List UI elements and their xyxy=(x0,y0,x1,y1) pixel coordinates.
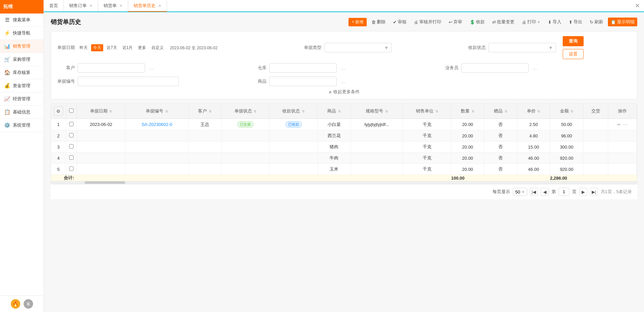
goods-input[interactable] xyxy=(269,77,337,86)
sidebar-item-finance[interactable]: 💰 资金管理 xyxy=(0,79,44,93)
total-info: 共1页，5条记录 xyxy=(601,189,632,195)
tab-sales-goods[interactable]: 销货单 ✕ xyxy=(98,0,128,11)
more-icon[interactable]: ⋯ xyxy=(623,122,628,127)
row-checkbox[interactable] xyxy=(66,141,77,153)
sidebar-item-quick-nav[interactable]: ⚡ 快捷导航 xyxy=(0,27,44,40)
action-cell[interactable]: ✏⋯ xyxy=(608,119,637,130)
row-checkbox-input[interactable] xyxy=(69,166,74,171)
batch-change-button[interactable]: ⇄ 批量变更 xyxy=(489,18,517,26)
sort-icon-doc-date: ⇅ xyxy=(109,109,112,113)
action-cell[interactable] xyxy=(608,164,637,175)
export-button[interactable]: ⬆ 导出 xyxy=(566,18,585,26)
row-checkbox-input[interactable] xyxy=(69,133,74,137)
doc-type-select[interactable]: ▼ xyxy=(324,43,392,52)
settings-gear-icon[interactable]: ⚙ xyxy=(54,106,63,116)
collapse-button[interactable]: ∧ 收起更多条件 xyxy=(56,87,632,96)
edit-icon[interactable]: ✏ xyxy=(617,122,621,127)
sidebar-item-operations[interactable]: 📈 经营管理 xyxy=(0,93,44,106)
col-doc-status[interactable]: 单据状态 ⇅ xyxy=(221,104,270,119)
print-button[interactable]: 🖨 打印 ▼ xyxy=(519,18,543,26)
sidebar-item-sales-mgmt[interactable]: 📊 销售管理 xyxy=(0,40,44,53)
page-header: 销货单历史 + 新增 🗑 删除 ✔ 审核 🖨 审核并打印 ↩ 弃审 xyxy=(51,18,637,26)
row-checkbox-input[interactable] xyxy=(69,155,74,160)
unit-price-cell: 2.50 xyxy=(517,119,550,130)
doc-number-link[interactable]: SA-20230602-0 xyxy=(141,122,172,127)
add-button[interactable]: + 新增 xyxy=(348,18,367,26)
spec-type-cell xyxy=(351,153,403,164)
table-scroll-bar[interactable] xyxy=(51,181,637,184)
action-cell[interactable] xyxy=(608,141,637,153)
doc-number-cell[interactable]: SA-20230602-0 xyxy=(125,119,189,130)
review-print-button[interactable]: 🖨 审核并打印 xyxy=(411,18,444,26)
col-doc-date[interactable]: 单据日期 ⇅ xyxy=(77,104,125,119)
row-checkbox[interactable] xyxy=(66,164,77,175)
salesperson-input[interactable] xyxy=(461,63,529,73)
warehouse-input[interactable] xyxy=(269,63,337,73)
row-checkbox-input[interactable] xyxy=(69,144,74,149)
date-tag-yesterday[interactable]: 昨天 xyxy=(78,44,90,51)
col-unit-price[interactable]: 单价 ⇅ xyxy=(517,104,550,119)
date-tag-custom[interactable]: 自定义 xyxy=(149,44,166,51)
date-tag-1month[interactable]: 近1月 xyxy=(120,44,135,51)
col-payment-status[interactable]: 收款状态 ⇅ xyxy=(270,104,318,119)
prev-page-button[interactable]: ◀ xyxy=(541,188,549,196)
action-cell[interactable] xyxy=(608,153,637,164)
query-button[interactable]: 查询 xyxy=(563,36,584,46)
customer-input[interactable] xyxy=(78,63,145,73)
sidebar-footer-btn-pause[interactable]: ⏸ xyxy=(24,299,33,309)
col-amount[interactable]: 金额 ⇅ xyxy=(550,104,583,119)
warehouse-dots[interactable]: … xyxy=(341,65,345,71)
col-doc-number[interactable]: 单据编号 ⇅ xyxy=(125,104,189,119)
sidebar-item-inventory[interactable]: 🏠 库存核算 xyxy=(0,66,44,79)
col-customer[interactable]: 客户 ⇅ xyxy=(188,104,221,119)
next-page-button[interactable]: ▶ xyxy=(579,188,587,196)
date-tag-7days[interactable]: 近7天 xyxy=(105,44,119,51)
select-all-checkbox[interactable] xyxy=(69,108,74,113)
collect-button[interactable]: 💲 收款 xyxy=(467,18,487,26)
first-page-button[interactable]: |◀ xyxy=(530,188,538,196)
abandon-button[interactable]: ↩ 弃审 xyxy=(446,18,465,26)
col-sales-unit[interactable]: 销售单位 ⇅ xyxy=(403,104,451,119)
per-page-select[interactable]: 50 ▼ xyxy=(513,188,527,196)
row-checkbox-input[interactable] xyxy=(69,122,74,126)
tab-sales-history[interactable]: 销货单历史 ✕ xyxy=(128,0,167,12)
goods-dots[interactable]: … xyxy=(341,79,345,84)
tab-close-sales-history[interactable]: ✕ xyxy=(158,4,161,8)
sidebar-item-search-menu[interactable]: ☰ 搜索菜单 xyxy=(0,14,44,27)
sidebar-item-purchase-mgmt[interactable]: 🛒 采购管理 xyxy=(0,53,44,66)
amount-cell: 920.00 xyxy=(550,153,583,164)
last-page-button[interactable]: ▶| xyxy=(590,188,598,196)
refresh-button[interactable]: ↻ 刷新 xyxy=(587,18,606,26)
show-detail-button[interactable]: 📋 显示明细 xyxy=(608,18,637,26)
tab-close-all[interactable]: ✕ xyxy=(635,2,644,9)
col-spec-type[interactable]: 规格型号 ⇅ xyxy=(351,104,403,119)
customer-dots[interactable]: … xyxy=(149,65,154,71)
tab-home[interactable]: 首页 xyxy=(44,0,64,11)
import-button[interactable]: ⬇ 导入 xyxy=(545,18,564,26)
sidebar-item-sys-mgmt[interactable]: ⚙️ 系统管理 xyxy=(0,119,44,132)
action-cell[interactable] xyxy=(608,130,637,141)
sidebar-item-base-info[interactable]: 📋 基础信息 xyxy=(0,106,44,119)
row-checkbox[interactable] xyxy=(66,130,77,141)
col-settings[interactable]: ⚙ xyxy=(51,104,66,119)
col-gift[interactable]: 赠品 ⇅ xyxy=(484,104,517,119)
col-quantity[interactable]: 数量 ⇅ xyxy=(451,104,484,119)
payment-status-select[interactable]: ▼ xyxy=(488,43,556,52)
salesperson-dots[interactable]: … xyxy=(533,65,537,71)
row-checkbox[interactable] xyxy=(66,153,77,164)
settings-button[interactable]: 设置 xyxy=(563,49,584,59)
row-checkbox[interactable] xyxy=(66,119,77,130)
tab-sales-order[interactable]: 销售订单 ✕ xyxy=(64,0,98,11)
tab-close-sales-goods[interactable]: ✕ xyxy=(119,4,122,8)
delete-button[interactable]: 🗑 删除 xyxy=(369,18,388,26)
table-header-row: ⚙ 单据日期 ⇅ 单据编号 ⇅ xyxy=(51,104,637,119)
col-goods[interactable]: 商品 ⇅ xyxy=(317,104,351,119)
page-input[interactable] xyxy=(559,188,569,196)
date-tag-today[interactable]: 今天 xyxy=(91,44,103,51)
tab-close-sales-order[interactable]: ✕ xyxy=(89,4,92,8)
sidebar-footer-btn-fire[interactable]: 🔥 xyxy=(11,299,20,309)
doc-number-input[interactable] xyxy=(78,77,179,86)
sidebar-item-label: 搜索菜单 xyxy=(13,17,30,23)
date-tag-more[interactable]: 更多 xyxy=(136,44,148,51)
review-button[interactable]: ✔ 审核 xyxy=(390,18,409,26)
